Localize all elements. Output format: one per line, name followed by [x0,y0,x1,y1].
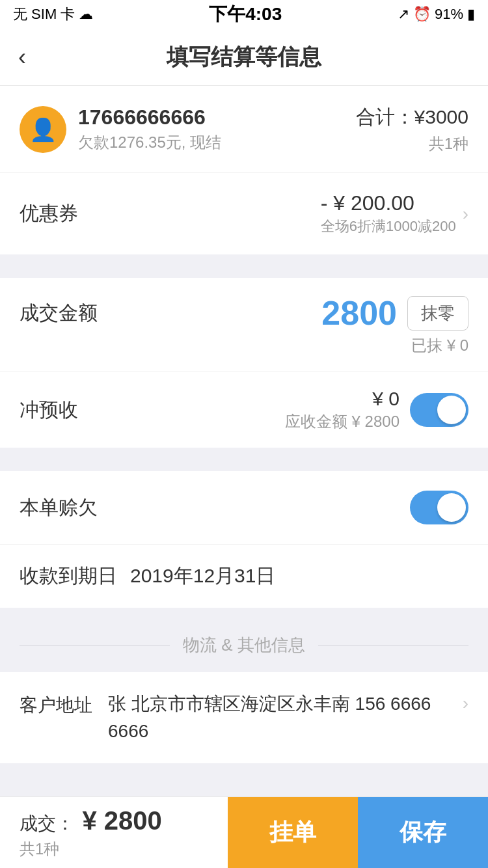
content: 👤 17666666666 欠款1276.35元, 现结 合计：¥3000 共1… [0,86,488,868]
bottom-amount-row: 成交： ¥ 2800 [20,806,208,836]
pre-amount-wrap: ¥ 0 应收金额 ¥ 2800 [285,388,400,432]
back-button[interactable]: ‹ [18,44,26,71]
bottom-bar: 成交： ¥ 2800 共1种 挂单 保存 [0,796,488,868]
debit-toggle[interactable] [410,491,468,524]
coupon-row[interactable]: 优惠券 - ¥ 200.00 全场6折满1000减200 › [0,172,488,254]
nav-bar: ‹ 填写结算等信息 [0,29,488,86]
amount-row: 成交金额 2800 抹零 [20,293,468,332]
address-value: 张 北京市市辖区海淀区永丰南 156 6666 6666 [108,690,456,745]
customer-left: 👤 17666666666 欠款1276.35元, 现结 [20,105,221,153]
pre-receipt-label: 冲预收 [20,397,78,424]
bottom-amount: ¥ 2800 [82,806,161,835]
amount-row-wrap: 成交金额 2800 抹零 已抹 ¥ 0 [0,278,488,372]
battery-icon: ▮ [467,6,475,23]
address-label: 客户地址 [20,693,92,718]
bottom-sub: 共1种 [20,839,208,860]
logistics-divider: 物流 & 其他信息 [0,618,488,672]
alarm-icon: ⏰ [413,6,431,23]
amount-value: 2800 [321,293,397,332]
total-amount: 合计：¥3000 [356,104,468,131]
divider-line-left [20,645,170,645]
customer-phone: 17666666666 [78,105,221,129]
customer-row: 👤 17666666666 欠款1276.35元, 现结 合计：¥3000 共1… [0,86,488,172]
address-row[interactable]: 客户地址 张 北京市市辖区海淀区永丰南 156 6666 6666 › [0,672,488,763]
coupon-right: - ¥ 200.00 全场6折满1000减200 › [321,191,468,236]
divider-line-right [318,645,468,645]
coupon-chevron-icon: › [463,204,468,224]
battery-text: 91% [435,6,463,23]
status-time: 下午4:03 [209,2,282,27]
coupon-label: 优惠券 [20,200,78,227]
avatar-icon: 👤 [29,116,57,142]
bottom-amount-label: 成交： [20,813,74,834]
customer-total: 合计：¥3000 共1种 [356,104,468,154]
divider-1 [0,265,488,278]
customer-section: 👤 17666666666 欠款1276.35元, 现结 合计：¥3000 共1… [0,86,488,254]
pre-amount: ¥ 0 [285,388,400,410]
toggle-knob [437,396,466,424]
save-button[interactable]: 保存 [358,797,488,869]
bottom-info: 成交： ¥ 2800 共1种 [0,806,228,860]
duedate-label: 收款到期日 [20,563,117,590]
debit-section: 本单赊欠 收款到期日 2019年12月31日 [0,471,488,608]
pre-receipt-row: 冲预收 ¥ 0 应收金额 ¥ 2800 [0,372,488,448]
total-sub: 共1种 [356,133,468,154]
amount-label: 成交金额 [20,300,98,327]
no-sim-text: 无 SIM 卡 ☁ [13,5,93,24]
amount-section: 成交金额 2800 抹零 已抹 ¥ 0 冲预收 ¥ 0 应收金额 ¥ 2800 [0,278,488,448]
address-section: 客户地址 张 北京市市辖区海淀区永丰南 156 6666 6666 › [0,672,488,763]
amount-right: 2800 抹零 [321,293,468,332]
divider-2 [0,458,488,471]
debit-label: 本单赊欠 [20,495,98,521]
page-title: 填写结算等信息 [167,42,321,72]
customer-info: 17666666666 欠款1276.35元, 现结 [78,105,221,153]
hang-button[interactable]: 挂单 [228,797,358,869]
pre-receipt-right: ¥ 0 应收金额 ¥ 2800 [285,388,468,432]
round-button[interactable]: 抹零 [407,296,468,331]
status-left: 无 SIM 卡 ☁ [13,5,93,24]
avatar: 👤 [20,106,66,153]
status-bar: 无 SIM 卡 ☁ 下午4:03 ↗ ⏰ 91% ▮ [0,0,488,29]
logistics-text: 物流 & 其他信息 [183,634,305,657]
coupon-sub: 全场6折满1000减200 [321,217,456,236]
pre-sub: 应收金额 ¥ 2800 [285,411,400,432]
amount-sub: 已抹 ¥ 0 [20,335,468,356]
coupon-discount: - ¥ 200.00 [321,191,456,215]
status-right: ↗ ⏰ 91% ▮ [398,6,475,23]
duedate-value: 2019年12月31日 [130,563,275,590]
location-icon: ↗ [398,6,409,23]
duedate-row: 收款到期日 2019年12月31日 [0,544,488,608]
debit-toggle-knob [437,493,466,522]
customer-sub: 欠款1276.35元, 现结 [78,132,221,153]
pre-receipt-toggle[interactable] [410,393,468,427]
debit-row: 本单赊欠 [0,471,488,544]
address-chevron-icon: › [463,693,468,714]
